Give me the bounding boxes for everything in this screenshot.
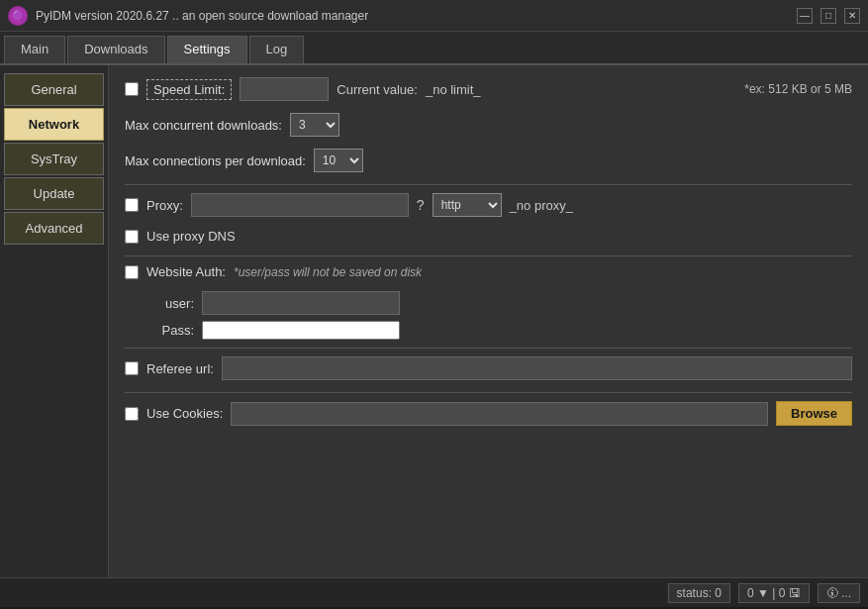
user-label: user:	[154, 296, 194, 311]
app-icon-label: 🟣	[12, 10, 24, 21]
sidebar-item-general[interactable]: General	[4, 73, 104, 106]
max-connections-select[interactable]: 1 2 3 4 5 6 7 8 9 10 12 15 20	[314, 149, 363, 172]
referee-url-label: Referee url:	[146, 361, 214, 376]
info-button[interactable]: 🛈 ...	[818, 583, 860, 603]
user-row: user:	[154, 291, 852, 315]
titlebar-title: PyIDM version 2020.6.27 .. an open sourc…	[36, 9, 797, 23]
current-value: _no limit_	[426, 82, 481, 97]
sidebar-item-advanced[interactable]: Advanced	[4, 212, 104, 245]
maximize-button[interactable]: □	[820, 8, 836, 24]
website-auth-note: *user/pass will not be saved on disk	[234, 265, 422, 279]
use-proxy-dns-label: Use proxy DNS	[146, 229, 236, 244]
user-pass-section: user: Pass:	[154, 291, 852, 340]
network-settings-panel: Speed Limit: Current value: _no limit_ *…	[109, 65, 868, 577]
use-cookies-checkbox[interactable]	[125, 407, 139, 421]
main-tabs: Main Downloads Settings Log	[0, 32, 868, 65]
max-concurrent-row: Max concurrent downloads: 1 2 3 4 5 6 7 …	[125, 113, 852, 137]
divider-4	[125, 392, 852, 393]
speed-limit-input[interactable]	[240, 77, 329, 101]
pass-label: Pass:	[154, 323, 194, 338]
speed-limit-row: Speed Limit: Current value: _no limit_ *…	[125, 77, 852, 101]
tab-log[interactable]: Log	[249, 36, 305, 63]
content-area: General Network SysTray Update Advanced …	[0, 65, 868, 577]
counter-text: 0 ▼ | 0 🖫	[738, 583, 810, 603]
minimize-button[interactable]: —	[797, 8, 813, 24]
website-auth-checkbox[interactable]	[125, 265, 139, 279]
divider-1	[125, 184, 852, 185]
use-proxy-dns-checkbox[interactable]	[125, 230, 139, 244]
max-concurrent-select[interactable]: 1 2 3 4 5 6 7 8 9 10	[290, 113, 339, 137]
sidebar-item-network[interactable]: Network	[4, 108, 104, 141]
max-concurrent-label: Max concurrent downloads:	[125, 118, 282, 133]
sidebar: General Network SysTray Update Advanced	[0, 65, 109, 577]
proxy-input[interactable]	[191, 193, 409, 217]
window-controls: — □ ✕	[797, 8, 860, 24]
max-connections-label: Max connections per download:	[125, 153, 306, 168]
pass-input[interactable]	[202, 321, 400, 340]
divider-2	[125, 255, 852, 256]
proxy-type-select[interactable]: http https socks4 socks5	[433, 193, 502, 217]
sidebar-item-systray[interactable]: SysTray	[4, 143, 104, 175]
status-text: status: 0	[668, 583, 730, 603]
website-auth-row: Website Auth: *user/pass will not be sav…	[125, 264, 852, 279]
proxy-checkbox[interactable]	[125, 198, 139, 212]
cookies-input[interactable]	[231, 402, 768, 426]
browse-button[interactable]: Browse	[776, 401, 852, 426]
proxy-label: Proxy:	[146, 198, 183, 213]
referee-url-input[interactable]	[222, 356, 852, 380]
tab-main[interactable]: Main	[4, 36, 65, 63]
max-connections-row: Max connections per download: 1 2 3 4 5 …	[125, 149, 852, 172]
titlebar: 🟣 PyIDM version 2020.6.27 .. an open sou…	[0, 0, 868, 32]
user-input[interactable]	[202, 291, 400, 315]
close-button[interactable]: ✕	[844, 8, 860, 24]
tab-settings[interactable]: Settings	[167, 36, 247, 63]
statusbar: status: 0 0 ▼ | 0 🖫 🛈 ...	[0, 577, 868, 607]
use-proxy-dns-row: Use proxy DNS	[125, 229, 852, 244]
proxy-question-mark: ?	[417, 197, 425, 213]
speed-limit-label: Speed Limit:	[146, 79, 232, 100]
app-icon: 🟣	[8, 6, 28, 26]
tab-downloads[interactable]: Downloads	[67, 36, 164, 63]
use-cookies-label: Use Cookies:	[146, 406, 223, 421]
pass-row: Pass:	[154, 321, 852, 340]
divider-3	[125, 348, 852, 349]
proxy-row: Proxy: ? http https socks4 socks5 _no pr…	[125, 193, 852, 217]
no-proxy-label: _no proxy_	[510, 198, 573, 213]
referee-url-row: Referee url:	[125, 356, 852, 380]
sidebar-item-update[interactable]: Update	[4, 177, 104, 210]
current-value-prefix: Current value:	[337, 82, 418, 97]
speed-limit-checkbox[interactable]	[125, 82, 139, 96]
use-cookies-row: Use Cookies: Browse	[125, 401, 852, 426]
referee-url-checkbox[interactable]	[125, 361, 139, 375]
speed-limit-example: *ex: 512 KB or 5 MB	[744, 82, 852, 96]
website-auth-label: Website Auth:	[146, 264, 226, 279]
